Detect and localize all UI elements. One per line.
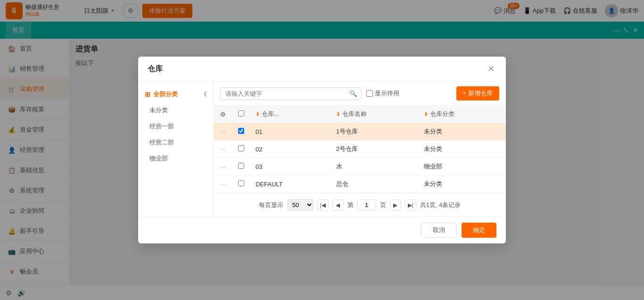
row-index: 03 [250,158,330,175]
sort-icon-code: ⬆ [256,111,260,117]
row-category: 未分类 [418,141,506,158]
col-settings: ⚙ [214,106,232,123]
category-item-property[interactable]: 物业部 [138,150,213,167]
show-disabled-checkbox[interactable] [366,90,373,97]
col-name: ⬆ 仓库名称 [330,106,418,123]
row-category: 未分类 [418,123,506,141]
category-item-unclassified[interactable]: 未分类 [138,102,213,118]
search-button[interactable]: 🔍 [346,88,361,100]
col-category: ⬆ 仓库分类 [418,106,506,123]
table-row[interactable]: ··· DEFAULT 总仓 未分类 [214,175,506,193]
modal-body: ⊞ 全部分类 《 未分类 经营一部 经营二部 物业部 [138,82,506,217]
category-item-ops1[interactable]: 经营一部 [138,118,213,134]
row-actions: ··· [214,123,232,141]
row-actions: ··· [214,175,232,193]
total-info: 共1页, 4条记录 [420,201,461,209]
category-panel: ⊞ 全部分类 《 未分类 经营一部 经营二部 物业部 [138,82,214,217]
category-item-ops2[interactable]: 经营二部 [138,134,213,150]
show-disabled-label[interactable]: 显示停用 [366,89,399,98]
confirm-button[interactable]: 确定 [462,223,496,238]
data-table: ⚙ ⬆ 仓库... ⬆ 仓库名称 [214,106,506,193]
row-name: 1号仓库 [330,123,418,141]
last-page-button[interactable]: ▶| [405,200,416,211]
collapse-panel-button[interactable]: 《 [201,91,206,99]
current-page-input[interactable] [357,200,376,210]
row-name: 水 [330,158,418,175]
row-check[interactable] [232,175,250,193]
row-index: 01 [250,123,330,141]
sort-icon-name: ⬆ [336,111,340,117]
table-row[interactable]: ··· 03 水 物业部 [214,158,506,175]
add-warehouse-button[interactable]: + 新增仓库 [456,86,499,100]
grid-icon: ⊞ [145,91,150,98]
search-input[interactable] [221,88,346,100]
modal-footer: 取消 确定 [138,217,506,243]
col-check [232,106,250,123]
all-categories-item[interactable]: ⊞ 全部分类 《 [138,86,213,102]
row-actions: ··· [214,141,232,158]
row-name: 2号仓库 [330,141,418,158]
table-header-row: ⚙ ⬆ 仓库... ⬆ 仓库名称 [214,106,506,123]
pagination: 每页显示 50 10 20 100 |◀ ◀ 第 页 ▶ ▶| 共1页, 4条记… [214,193,506,217]
prev-page-button[interactable]: ◀ [332,200,344,211]
row-category: 物业部 [418,158,506,175]
page-label: 第 [347,201,354,209]
row-name: 总仓 [330,175,418,193]
row-index: 02 [250,141,330,158]
next-page-button[interactable]: ▶ [390,200,401,211]
page-size-label: 每页显示 [259,201,283,209]
first-page-button[interactable]: |◀ [317,200,329,211]
modal-title: 仓库 [148,64,163,74]
col-code: ⬆ 仓库... [250,106,330,123]
row-index: DEFAULT [250,175,330,193]
sort-icon-category: ⬆ [424,111,428,117]
all-categories-label: 全部分类 [153,90,178,99]
search-box: 🔍 [220,87,362,100]
modal-header: 仓库 ✕ [138,57,506,82]
row-check[interactable] [232,141,250,158]
page-size-select[interactable]: 50 10 20 100 [287,199,314,211]
table-row[interactable]: ··· 02 2号仓库 未分类 [214,141,506,158]
warehouse-modal: 仓库 ✕ ⊞ 全部分类 《 未分类 经营一部 经营二部 [138,57,506,243]
modal-overlay: 仓库 ✕ ⊞ 全部分类 《 未分类 经营一部 经营二部 [0,0,644,300]
row-check[interactable] [232,158,250,175]
table-toolbar: 🔍 显示停用 + 新增仓库 [214,82,506,106]
table-panel: 🔍 显示停用 + 新增仓库 ⚙ [214,82,506,217]
select-all-checkbox[interactable] [238,110,244,117]
page-suffix: 页 [380,201,386,209]
row-actions: ··· [214,158,232,175]
cancel-button[interactable]: 取消 [421,223,457,238]
row-category: 未分类 [418,175,506,193]
table-row[interactable]: ··· 01 1号仓库 未分类 [214,123,506,141]
modal-close-button[interactable]: ✕ [485,63,496,75]
row-check[interactable] [232,123,250,141]
